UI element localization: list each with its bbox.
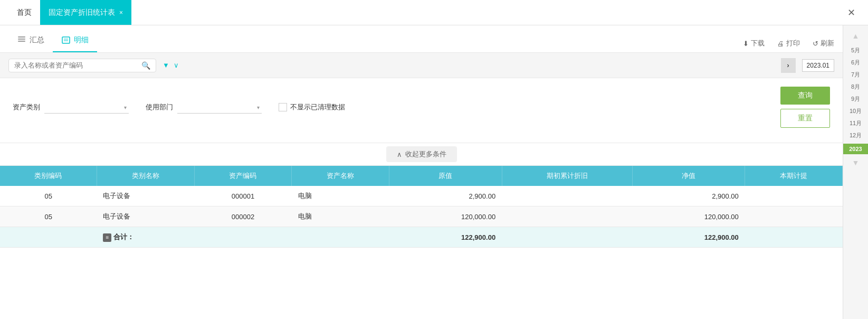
sidebar-month-item[interactable]: 8月 — [850, 81, 862, 93]
collapse-icon: ∧ — [397, 151, 402, 158]
refresh-icon: ↺ — [813, 40, 818, 48]
sidebar-month-item[interactable]: 6月 — [850, 57, 862, 69]
table-row: 05 电子设备 000001 电脑 2,900.00 2,900.00 — [0, 186, 843, 207]
asset-category-label: 资产类别 — [13, 102, 40, 112]
col-asset-name: 资产名称 — [292, 166, 389, 186]
sidebar-month-item[interactable]: 12月 — [850, 129, 862, 142]
chevron-down-icon: ∨ — [174, 61, 179, 69]
tab-title: 固定资产折旧统计表 — [49, 8, 115, 17]
cell-category-code: 05 — [0, 186, 97, 207]
sidebar-scroll-down-btn[interactable]: ▼ — [850, 156, 862, 169]
summary-accumulated-dep — [502, 227, 632, 248]
summary-row: ≡合计： 122,900.00 122,900.00 — [0, 227, 843, 248]
sidebar-scroll-up-btn[interactable]: ▲ — [850, 30, 862, 42]
download-icon: ⬇ — [743, 40, 749, 48]
sidebar-month-item[interactable]: 10月 — [850, 105, 862, 117]
cell-net-value: 2,900.00 — [632, 186, 745, 207]
svg-rect-0 — [18, 39, 25, 40]
col-category-code: 类别编码 — [0, 166, 97, 186]
right-sidebar: ▲ 5月6月7月8月9月10月11月12月 2023 ▼ — [843, 25, 868, 319]
query-button[interactable]: 查询 — [780, 87, 830, 105]
data-table: 类别编码 类别名称 资产编码 资产名称 原值 期初累计折旧 净值 本期计提 05… — [0, 166, 843, 248]
cell-asset-name: 电脑 — [292, 207, 389, 227]
summary-current-period — [745, 227, 843, 248]
download-btn[interactable]: ⬇ 下载 — [743, 39, 765, 48]
cell-accumulated-dep — [502, 186, 632, 207]
hide-cleared-checkbox[interactable] — [279, 103, 287, 111]
print-icon: 🖨 — [777, 40, 784, 48]
tab-detail-label: 明细 — [74, 35, 89, 45]
col-net-value: 净值 — [632, 166, 745, 186]
department-field: 使用部门 — [146, 101, 262, 114]
svg-rect-2 — [18, 36, 25, 37]
tab-summary[interactable]: 汇总 — [8, 29, 53, 52]
data-table-container: 类别编码 类别名称 资产编码 资产名称 原值 期初累计折旧 净值 本期计提 05… — [0, 166, 843, 319]
filter-icon: ▼ — [163, 61, 169, 69]
refresh-btn[interactable]: ↺ 刷新 — [813, 39, 834, 48]
col-asset-code: 资产编码 — [194, 166, 292, 186]
more-conditions-btn[interactable]: ▼ ∨ — [163, 61, 179, 69]
print-btn[interactable]: 🖨 打印 — [777, 39, 800, 48]
col-category-name: 类别名称 — [97, 166, 194, 186]
table-header-row: 类别编码 类别名称 资产编码 资产名称 原值 期初累计折旧 净值 本期计提 — [0, 166, 843, 186]
asset-category-field: 资产类别 — [13, 101, 129, 114]
asset-category-select[interactable] — [44, 101, 129, 114]
cell-category-name: 电子设备 — [97, 207, 194, 227]
date-display: 2023.01 — [802, 59, 834, 72]
tab-detail[interactable]: 明细 — [53, 29, 97, 52]
department-select[interactable] — [177, 101, 262, 114]
sidebar-month-item[interactable]: 5月 — [850, 44, 862, 57]
tab-summary-label: 汇总 — [30, 35, 44, 45]
cell-asset-code: 000001 — [194, 186, 292, 207]
col-accumulated-dep: 期初累计折旧 — [502, 166, 632, 186]
date-nav-btn[interactable]: › — [781, 58, 796, 73]
table-row: 05 电子设备 000002 电脑 120,000.00 120,000.00 — [0, 207, 843, 227]
summary-original-value: 122,900.00 — [389, 227, 502, 248]
department-label: 使用部门 — [146, 102, 173, 112]
summary-label: ≡合计： — [97, 227, 389, 248]
active-tab[interactable]: 固定资产折旧统计表 × — [40, 0, 131, 25]
search-input[interactable] — [14, 61, 137, 69]
sidebar-month-item[interactable]: 7月 — [850, 69, 862, 81]
layers-icon — [17, 35, 26, 45]
sidebar-month-item[interactable]: 11月 — [850, 117, 862, 129]
cell-category-code: 05 — [0, 207, 97, 227]
cell-asset-code: 000002 — [194, 207, 292, 227]
hide-cleared-label: 不显示已清理数据 — [290, 102, 345, 112]
svg-rect-1 — [18, 41, 25, 42]
col-current-period: 本期计提 — [745, 166, 843, 186]
collapse-btn[interactable]: ∧ 收起更多条件 — [386, 146, 457, 162]
col-original-value: 原值 — [389, 166, 502, 186]
cell-category-name: 电子设备 — [97, 186, 194, 207]
cell-original-value: 2,900.00 — [389, 186, 502, 207]
hide-cleared-field: 不显示已清理数据 — [279, 102, 345, 112]
cell-original-value: 120,000.00 — [389, 207, 502, 227]
sidebar-month-item[interactable]: 9月 — [850, 93, 862, 105]
cell-net-value: 120,000.00 — [632, 207, 745, 227]
summary-net-value: 122,900.00 — [632, 227, 745, 248]
window-close-btn[interactable]: ✕ — [843, 5, 860, 21]
sidebar-year: 2023 — [843, 144, 868, 154]
search-icon: 🔍 — [141, 61, 150, 70]
cell-current-period — [745, 207, 843, 227]
cell-accumulated-dep — [502, 207, 632, 227]
svg-rect-3 — [62, 37, 70, 43]
tab-close-btn[interactable]: × — [119, 9, 123, 16]
summary-icon: ≡ — [103, 233, 111, 242]
cell-asset-name: 电脑 — [292, 186, 389, 207]
home-nav[interactable]: 首页 — [8, 8, 40, 17]
summary-icon-cell — [0, 227, 97, 248]
detail-icon — [61, 35, 71, 45]
search-input-wrapper: 🔍 — [8, 59, 156, 72]
reset-button[interactable]: 重置 — [780, 109, 830, 128]
cell-current-period — [745, 186, 843, 207]
